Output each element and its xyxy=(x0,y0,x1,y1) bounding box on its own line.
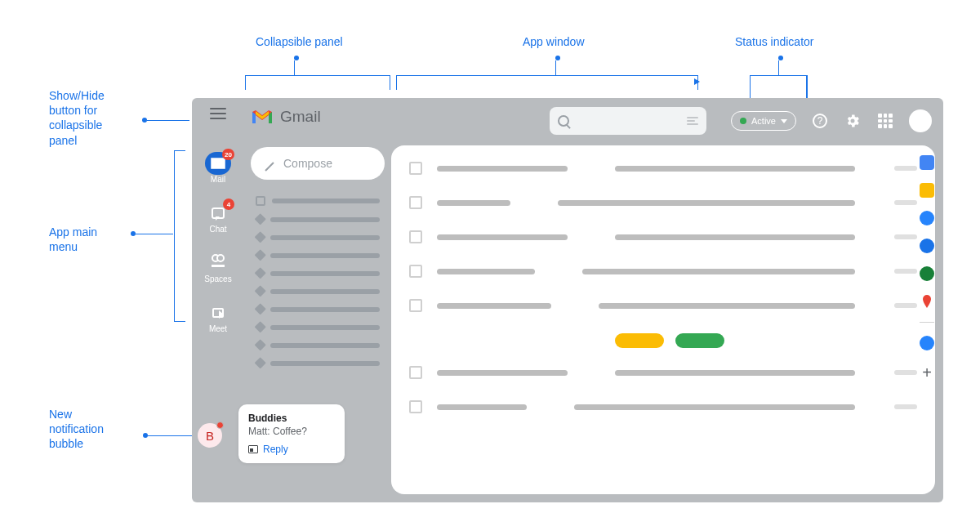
label-pill-green[interactable] xyxy=(675,333,724,348)
side-app-voice[interactable] xyxy=(920,266,934,281)
notification-title: Buddies xyxy=(248,413,335,424)
message-list xyxy=(391,145,935,494)
side-app-contacts[interactable] xyxy=(920,239,934,253)
row-checkbox[interactable] xyxy=(409,162,422,175)
side-app-keep[interactable] xyxy=(920,183,934,198)
gmail-logo: Gmail xyxy=(251,108,321,126)
apps-grid-icon xyxy=(878,114,893,128)
annot-status-indicator: Status indicator xyxy=(735,34,814,49)
folder-inbox[interactable] xyxy=(251,193,385,209)
topbar: Active ? xyxy=(391,98,943,144)
row-checkbox[interactable] xyxy=(409,366,422,379)
mail-row[interactable] xyxy=(409,400,917,413)
annot-app-main-menu: App main menu xyxy=(49,225,97,254)
mail-badge: 20 xyxy=(222,149,234,160)
annot-show-hide: Show/Hide button for collapsible panel xyxy=(49,88,105,148)
mail-row[interactable] xyxy=(409,230,917,243)
annot-notification-bubble: New notification bubble xyxy=(49,407,104,452)
folder-item[interactable] xyxy=(251,320,385,335)
row-checkbox[interactable] xyxy=(409,400,422,413)
row-checkbox[interactable] xyxy=(409,230,422,243)
row-checkbox[interactable] xyxy=(409,265,422,278)
mail-row[interactable] xyxy=(409,196,917,209)
nav-label-spaces: Spaces xyxy=(204,274,231,283)
side-app-tasks[interactable] xyxy=(920,211,934,225)
mail-row[interactable] xyxy=(409,265,917,278)
nav-label-meet: Meet xyxy=(209,324,227,333)
side-panel: + xyxy=(914,155,940,382)
folder-item[interactable] xyxy=(251,248,385,263)
status-dot-icon xyxy=(740,118,746,124)
side-app-maps[interactable] xyxy=(920,294,934,309)
gmail-m-icon xyxy=(251,109,274,125)
status-label: Active xyxy=(751,116,776,126)
side-app-addons[interactable] xyxy=(920,336,934,350)
notification-reply-button[interactable]: Reply xyxy=(248,444,335,455)
row-checkbox[interactable] xyxy=(409,196,422,209)
annot-app-window: App window xyxy=(523,34,585,49)
annot-collapsible-panel: Collapsible panel xyxy=(256,34,343,49)
nav-meet[interactable]: Meet xyxy=(205,301,231,333)
notification-avatar-letter: B xyxy=(206,429,214,443)
compose-label: Compose xyxy=(283,157,332,170)
nav-label-chat: Chat xyxy=(209,225,226,234)
mail-row-labels xyxy=(409,333,917,348)
apps-button[interactable] xyxy=(876,112,894,130)
search-icon xyxy=(558,115,569,127)
chat-badge: 4 xyxy=(223,199,234,210)
nav-chat[interactable]: 4 Chat xyxy=(205,202,231,234)
folder-item[interactable] xyxy=(251,212,385,227)
meet-icon xyxy=(212,308,224,318)
folder-item[interactable] xyxy=(251,230,385,245)
nav-label-mail: Mail xyxy=(211,175,225,184)
gear-icon xyxy=(844,113,861,129)
help-icon: ? xyxy=(813,114,827,128)
tune-icon[interactable] xyxy=(687,117,698,125)
mail-row[interactable] xyxy=(409,162,917,175)
spaces-icon xyxy=(212,259,225,267)
folder-item[interactable] xyxy=(251,284,385,299)
folder-item[interactable] xyxy=(251,338,385,353)
mail-row[interactable] xyxy=(409,366,917,379)
status-indicator[interactable]: Active xyxy=(731,111,796,131)
mail-row[interactable] xyxy=(409,299,917,312)
avatar[interactable] xyxy=(909,109,932,132)
app-window: Active ? xyxy=(391,98,943,502)
side-app-calendar[interactable] xyxy=(920,155,934,170)
folder-item[interactable] xyxy=(251,302,385,317)
hamburger-icon[interactable] xyxy=(210,108,226,119)
folder-item[interactable] xyxy=(251,356,385,371)
settings-button[interactable] xyxy=(844,112,862,130)
notification-avatar[interactable]: B xyxy=(198,423,222,448)
notification-dot-icon xyxy=(216,422,224,429)
mail-icon xyxy=(211,158,225,169)
compose-button[interactable]: Compose xyxy=(251,147,385,180)
side-app-plus[interactable]: + xyxy=(922,364,932,382)
chevron-down-icon xyxy=(781,119,787,123)
chat-icon xyxy=(212,207,225,219)
nav-mail[interactable]: 20 Mail xyxy=(205,152,231,184)
label-pill-yellow[interactable] xyxy=(615,333,664,348)
pencil-icon xyxy=(264,158,275,169)
row-checkbox[interactable] xyxy=(409,299,422,312)
folder-item[interactable] xyxy=(251,266,385,281)
reply-icon xyxy=(248,445,258,453)
notification-bubble[interactable]: Buddies Matt: Coffee? Reply xyxy=(238,404,345,463)
nav-spaces[interactable]: Spaces xyxy=(204,252,231,283)
notification-reply-label: Reply xyxy=(263,444,288,455)
search-input[interactable] xyxy=(550,107,706,135)
help-button[interactable]: ? xyxy=(811,112,829,130)
product-name: Gmail xyxy=(280,108,321,126)
notification-message: Matt: Coffee? xyxy=(248,426,335,437)
